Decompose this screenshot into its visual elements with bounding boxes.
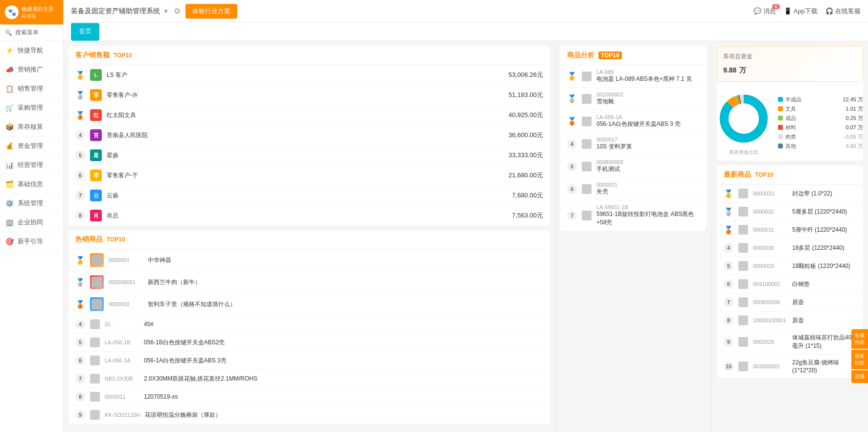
nav-label-operations: 经营管理 bbox=[18, 161, 43, 169]
customer-ranking-card: 客户销售额 TOP10 🥇 L LS 客户 53,006.26元 🥈 bbox=[69, 46, 550, 225]
basic-icon: 🗂️ bbox=[5, 180, 14, 189]
sidebar-item-guide[interactable]: 🎯 新手引导 bbox=[0, 232, 63, 251]
hot-product-code-6: LA-056-1A bbox=[105, 358, 139, 363]
new-silver-medal: 🥈 bbox=[724, 207, 733, 216]
message-action[interactable]: 💬 消息 6 bbox=[754, 7, 776, 16]
sidebar-item-sales[interactable]: 📋 销售管理 bbox=[0, 79, 63, 98]
product-img-2 bbox=[90, 275, 104, 289]
new-products-list: 🥇 0000033 封边带 (1.0*22) 🥈 0000032 5厘多层 (1… bbox=[717, 185, 863, 378]
new-img-5 bbox=[738, 261, 748, 271]
sidebar-item-operations[interactable]: 📊 经营管理 bbox=[0, 156, 63, 175]
legend-value-4: -0.05 万 bbox=[844, 133, 863, 141]
hot-product-item-8: 8 0000011 12070519-xs bbox=[69, 388, 550, 406]
inv-bronze-medal: 🥉 bbox=[567, 117, 577, 126]
new-rank-6: 6 bbox=[724, 279, 733, 289]
legend-name-3: 材料 bbox=[785, 124, 796, 131]
inv-rank-7: 7 bbox=[567, 211, 577, 220]
new-product-name-7: 原壶 bbox=[792, 298, 856, 307]
hot-product-code-3: 0000002 bbox=[109, 301, 143, 307]
app-download-label: App下载 bbox=[794, 7, 818, 16]
hot-product-code-8: 0000011 bbox=[105, 394, 139, 400]
new-product-code-1: 0000033 bbox=[753, 191, 787, 196]
legend-value-0: 12.45 万 bbox=[843, 96, 863, 103]
hot-product-name-5: 056-1B白色按键开关盒ABS2壳 bbox=[144, 338, 543, 347]
new-product-name-1: 封边带 (1.0*22) bbox=[792, 190, 856, 198]
online-service-label: 在线客服 bbox=[835, 7, 861, 16]
silver-medal-icon: 🥈 bbox=[75, 91, 85, 100]
hot-product-name-8: 12070519-xs bbox=[144, 393, 543, 400]
content-area: 客户销售额 TOP10 🥇 L LS 客户 53,006.26元 🥈 bbox=[64, 41, 868, 432]
inv-code-2: 001000002 bbox=[596, 92, 700, 97]
sidebar-item-marketing[interactable]: 📣 营销推广 bbox=[0, 60, 63, 79]
chart-legend: 半成品 12.45 万 文具 1.01 万 bbox=[778, 96, 863, 152]
chart-label: 库存资金占比 bbox=[717, 149, 771, 156]
new-product-name-2: 5厘多层 (1220*2440) bbox=[792, 208, 856, 216]
new-bronze-medal: 🥉 bbox=[724, 225, 733, 235]
customer-item-3: 🥉 红 红太阳文具 40,925.00元 bbox=[69, 105, 550, 125]
new-product-5: 5 0000029 18颗粒板 (1220*2440) bbox=[717, 257, 863, 275]
hot-gold-medal-icon: 🥇 bbox=[75, 256, 85, 265]
search-icon: 🔍 bbox=[5, 29, 12, 36]
customer-name-4: 苔南县人民医院 bbox=[107, 131, 503, 140]
app-download-action[interactable]: 📱 App下载 bbox=[784, 7, 818, 16]
customer-avatar-1: L bbox=[90, 69, 102, 81]
hot-product-item-1: 🥇 0000001 中华神器 bbox=[69, 249, 550, 271]
sidebar-item-system[interactable]: ⚙️ 系统管理 bbox=[0, 194, 63, 213]
customer-item-4: 4 苔 苔南县人民医院 36,600.00元 bbox=[69, 125, 550, 145]
new-img-10 bbox=[738, 361, 748, 371]
hot-rank-8: 8 bbox=[75, 392, 85, 402]
inv-img-4 bbox=[582, 139, 592, 149]
customer-name-2: 零售客户-许 bbox=[107, 91, 503, 99]
new-product-code-4: 0000030 bbox=[753, 245, 787, 251]
float-btn-hotline[interactable]: 客服热线 bbox=[851, 329, 868, 349]
float-btn-community[interactable]: 服务社区 bbox=[851, 350, 868, 369]
inventory-analysis-card: 商品分析 TOP10 🥇 LA-089 电池盖 LA-089 ABS本色+黑种 … bbox=[560, 46, 707, 231]
customer-ranking-header: 客户销售额 TOP10 bbox=[69, 46, 550, 65]
new-img-6 bbox=[738, 279, 748, 289]
new-product-6: 6 004100001 白钢垫 bbox=[717, 275, 863, 293]
customer-name-5: 星扬 bbox=[107, 151, 503, 160]
inventory-analysis-header: 商品分析 TOP10 bbox=[560, 46, 707, 65]
hot-product-item-4: 4 01 45# bbox=[69, 315, 550, 334]
customer-item-5: 5 星 星扬 33,333.00元 bbox=[69, 145, 550, 166]
new-product-name-6: 白钢垫 bbox=[792, 280, 856, 288]
search-menu-label: 搜索菜单 bbox=[15, 28, 39, 37]
settings-icon[interactable]: ⚙ bbox=[174, 6, 181, 16]
chevron-down-icon: ▼ bbox=[163, 8, 169, 15]
search-menu-item[interactable]: 🔍 搜索菜单 bbox=[0, 24, 63, 41]
new-product-code-2: 0000032 bbox=[753, 209, 787, 215]
nav-label-system: 系统管理 bbox=[18, 199, 43, 208]
legend-item-3: 材料 0.07 万 bbox=[778, 124, 863, 131]
sidebar-item-finance[interactable]: 💰 资金管理 bbox=[0, 137, 63, 156]
new-product-10: 10 003800001 22g鱼豆腐-烧烤味 (1*12*20) bbox=[717, 355, 863, 378]
sidebar-item-basic[interactable]: 🗂️ 基础信息 bbox=[0, 175, 63, 194]
inventory-chart-container: 库存资金占比 半成品 12.45 万 bbox=[717, 87, 863, 161]
nav-label-quick: 快捷导航 bbox=[18, 46, 43, 55]
new-rank-8: 8 bbox=[724, 315, 733, 325]
hot-products-title: 热销商品 TOP10 bbox=[75, 235, 125, 244]
new-products-header: 最新商品 TOP10 bbox=[717, 166, 863, 185]
customer-ranking-title: 客户销售额 TOP10 bbox=[75, 51, 132, 60]
trial-button[interactable]: 体验行业方案 bbox=[185, 4, 237, 19]
customer-amount-7: 7,680.00元 bbox=[512, 191, 543, 200]
inv-code-1: LA-089 bbox=[596, 69, 700, 75]
sales-icon: 📋 bbox=[5, 84, 14, 93]
hot-rank-6: 6 bbox=[75, 356, 85, 365]
hot-products-card: 热销商品 TOP10 🥇 0000001 中华神器 🥈 bbox=[69, 230, 550, 424]
page-tabs: 首页 bbox=[64, 23, 868, 41]
sidebar-item-purchase[interactable]: 🛒 采购管理 bbox=[0, 98, 63, 118]
inv-gold-medal: 🥇 bbox=[567, 72, 577, 81]
customer-amount-3: 40,925.00元 bbox=[508, 111, 543, 120]
sidebar-item-quick[interactable]: ⚡ 快捷导航 bbox=[0, 41, 63, 60]
hot-product-code-4: 01 bbox=[105, 321, 139, 327]
new-products-title: 最新商品 TOP10 bbox=[724, 170, 774, 179]
tab-home[interactable]: 首页 bbox=[71, 23, 99, 41]
mid-panel: 商品分析 TOP10 🥇 LA-089 电池盖 LA-089 ABS本色+黑种 … bbox=[555, 41, 711, 432]
online-service-action[interactable]: 🎧 在线客服 bbox=[825, 7, 861, 16]
new-product-name-5: 18颗粒板 (1220*2440) bbox=[792, 262, 856, 270]
float-btn-live[interactable]: 直播 bbox=[851, 370, 868, 383]
headset-icon: 🎧 bbox=[825, 7, 833, 15]
sidebar-item-enterprise[interactable]: 🏢 企业协同 bbox=[0, 213, 63, 232]
new-rank-4: 4 bbox=[724, 243, 733, 253]
sidebar-item-inventory[interactable]: 📦 库存核算 bbox=[0, 118, 63, 137]
